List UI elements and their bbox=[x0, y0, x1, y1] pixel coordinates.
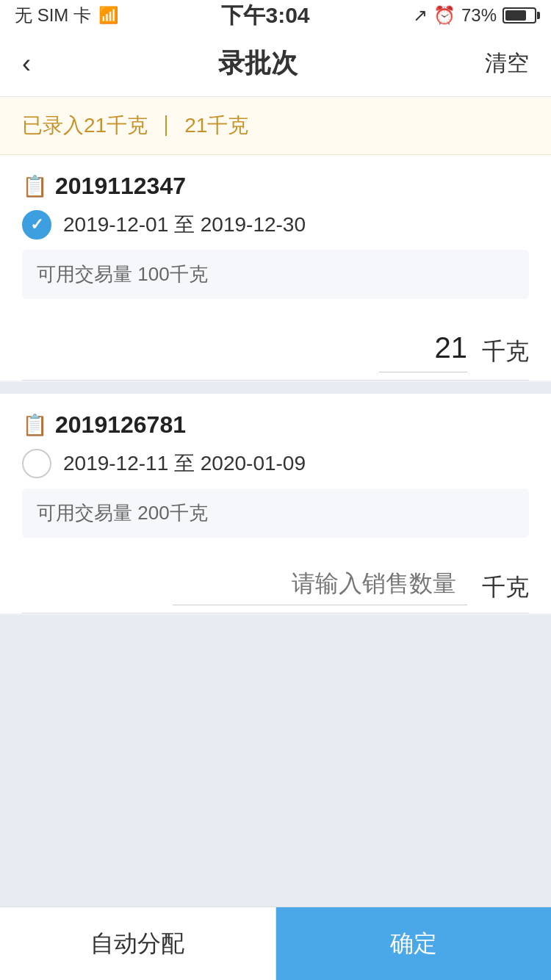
summary-recorded: 已录入21千克 bbox=[22, 112, 148, 140]
batch2-card: 📋 2019126781 2019-12-11 至 2020-01-09 可用交… bbox=[0, 394, 551, 613]
batch2-date-row[interactable]: 2019-12-11 至 2020-01-09 bbox=[22, 449, 529, 478]
batch1-date-row[interactable]: 2019-12-01 至 2019-12-30 bbox=[22, 210, 529, 239]
batch2-date: 2019-12-11 至 2020-01-09 bbox=[63, 450, 306, 478]
battery-icon bbox=[503, 7, 536, 24]
status-right: ↗ ⏰ 73% bbox=[413, 5, 536, 26]
batch1-id-row: 📋 2019112347 bbox=[22, 173, 529, 200]
batch2-id: 2019126781 bbox=[55, 411, 186, 439]
clear-button[interactable]: 清空 bbox=[485, 48, 529, 79]
status-bar: 无 SIM 卡 📶 下午3:04 ↗ ⏰ 73% bbox=[0, 0, 551, 31]
batch2-input-container bbox=[173, 570, 467, 605]
alarm-icon: ⏰ bbox=[433, 5, 455, 26]
doc-icon-1: 📋 bbox=[22, 174, 48, 198]
batch2-input-row[interactable]: 千克 bbox=[0, 555, 551, 613]
batch2-radio[interactable] bbox=[22, 449, 51, 478]
page-title: 录批次 bbox=[218, 46, 298, 82]
bottom-bar: 自动分配 确定 bbox=[0, 907, 551, 980]
batch1-id: 2019112347 bbox=[55, 173, 186, 200]
batch1-available: 可用交易量 100千克 bbox=[22, 250, 529, 299]
wifi-icon: 📶 bbox=[98, 6, 118, 25]
batch2-id-row: 📋 2019126781 bbox=[22, 411, 529, 439]
batch1-quantity-row: 21 千克 bbox=[0, 317, 551, 380]
auto-distribute-button[interactable]: 自动分配 bbox=[0, 907, 276, 980]
batch2-quantity-input[interactable] bbox=[173, 570, 467, 597]
section-separator bbox=[0, 382, 551, 394]
batch2-quantity-unit: 千克 bbox=[482, 572, 529, 604]
summary-bar: 已录入21千克 21千克 bbox=[0, 97, 551, 155]
batch2-available: 可用交易量 200千克 bbox=[22, 489, 529, 538]
status-time: 下午3:04 bbox=[221, 1, 309, 31]
batch1-quantity-container[interactable]: 21 bbox=[379, 331, 467, 372]
no-sim-text: 无 SIM 卡 bbox=[15, 4, 91, 27]
batch1-quantity-value: 21 bbox=[435, 331, 468, 364]
doc-icon-2: 📋 bbox=[22, 413, 48, 437]
status-left: 无 SIM 卡 📶 bbox=[15, 4, 118, 27]
location-icon: ↗ bbox=[413, 5, 428, 26]
battery-percent: 73% bbox=[461, 5, 497, 26]
batch1-divider bbox=[22, 380, 529, 381]
summary-divider bbox=[165, 115, 167, 136]
batch1-card: 📋 2019112347 2019-12-01 至 2019-12-30 可用交… bbox=[0, 155, 551, 381]
back-button[interactable]: ‹ bbox=[22, 48, 31, 79]
batch1-radio[interactable] bbox=[22, 210, 51, 239]
empty-area bbox=[0, 615, 551, 945]
confirm-button[interactable]: 确定 bbox=[276, 907, 552, 980]
batch1-quantity-unit: 千克 bbox=[482, 336, 529, 368]
nav-bar: ‹ 录批次 清空 bbox=[0, 31, 551, 97]
summary-total: 21千克 bbox=[184, 112, 248, 140]
batch2-divider bbox=[22, 613, 529, 613]
batch1-date: 2019-12-01 至 2019-12-30 bbox=[63, 211, 306, 239]
